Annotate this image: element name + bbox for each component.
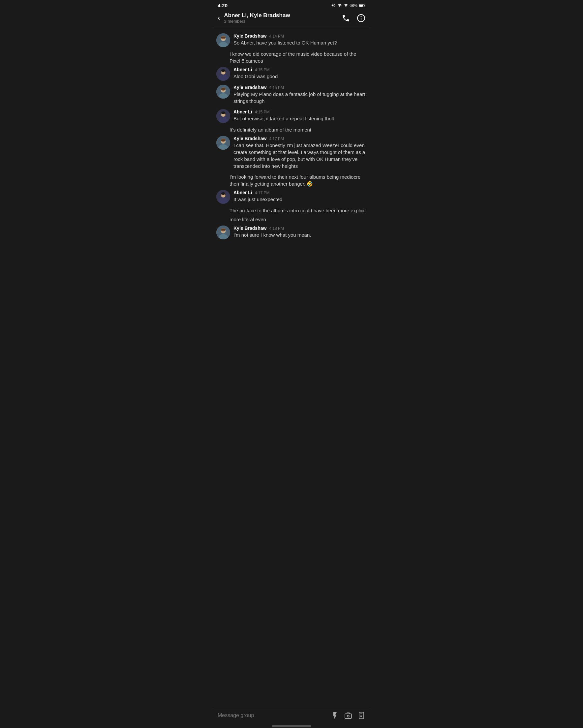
status-icons: 68% xyxy=(331,3,365,8)
message-text: I can see that. Honestly I'm just amazed… xyxy=(233,142,367,170)
attachment-icon[interactable] xyxy=(357,711,365,720)
svg-rect-23 xyxy=(221,88,226,90)
message-time: 4:15 PM xyxy=(269,85,284,90)
message-content: Kyle Bradshaw4:14 PMSo Abner, have you l… xyxy=(233,33,367,47)
message-content: Abner Li4:15 PMAloo Gobi was good xyxy=(233,67,367,80)
status-time: 4:20 xyxy=(218,3,228,8)
message-group: Abner Li4:15 PMAloo Gobi was good xyxy=(212,65,371,83)
svg-rect-11 xyxy=(221,37,226,38)
message-text: Aloo Gobi was good xyxy=(233,73,367,80)
member-count: 3 members xyxy=(224,19,341,24)
input-area xyxy=(212,708,371,723)
status-bar: 4:20 68% xyxy=(212,0,371,9)
chat-title: Abner Li, Kyle Bradshaw xyxy=(224,12,341,19)
message-group: Kyle Bradshaw4:15 PMPlaying My Piano doe… xyxy=(212,83,371,107)
avatar xyxy=(216,67,230,81)
message-group: Abner Li4:17 PMIt was just unexpected xyxy=(212,188,371,206)
avatar xyxy=(216,136,230,150)
message-group: Kyle Bradshaw4:17 PMI can see that. Hone… xyxy=(212,134,371,172)
header-info: Abner Li, Kyle Bradshaw 3 members xyxy=(224,12,341,24)
message-continuation: I'm looking forward to their next four a… xyxy=(212,172,371,188)
svg-point-49 xyxy=(347,715,349,717)
sender-name: Kyle Bradshaw xyxy=(233,33,267,38)
message-time: 4:17 PM xyxy=(255,190,270,195)
svg-rect-2 xyxy=(359,5,363,7)
message-text: So Abner, have you listened to OK Human … xyxy=(233,39,367,46)
back-button[interactable]: ‹ xyxy=(218,14,220,22)
messages-list: Kyle Bradshaw4:14 PMSo Abner, have you l… xyxy=(212,27,371,708)
message-text: I'm not sure I know what you mean. xyxy=(233,231,367,238)
message-input[interactable] xyxy=(218,712,327,719)
message-text: It was just unexpected xyxy=(233,196,367,203)
sender-name: Abner Li xyxy=(233,190,252,195)
message-time: 4:17 PM xyxy=(269,136,284,141)
svg-rect-47 xyxy=(221,229,226,231)
message-time: 4:15 PM xyxy=(255,110,270,114)
sender-name: Abner Li xyxy=(233,67,252,72)
avatar xyxy=(216,85,230,99)
message-text: But otherwise, it lacked a repeat listen… xyxy=(233,115,367,122)
svg-rect-48 xyxy=(345,714,352,719)
sender-name: Kyle Bradshaw xyxy=(233,226,267,231)
quick-reply-icon[interactable] xyxy=(331,711,339,720)
svg-point-29 xyxy=(221,111,225,114)
sender-name: Kyle Bradshaw xyxy=(233,85,267,90)
avatar xyxy=(216,33,230,47)
message-time: 4:18 PM xyxy=(269,226,284,231)
battery-text: 68% xyxy=(350,3,357,8)
call-button[interactable] xyxy=(341,14,350,22)
home-indicator xyxy=(212,723,371,728)
message-group: Kyle Bradshaw4:14 PMSo Abner, have you l… xyxy=(212,31,371,49)
avatar xyxy=(216,226,230,239)
sender-name: Kyle Bradshaw xyxy=(233,136,267,141)
svg-rect-35 xyxy=(221,139,226,141)
message-continuation: The preface to the album's intro could h… xyxy=(212,206,371,215)
wifi-icon xyxy=(337,3,342,8)
svg-rect-50 xyxy=(359,712,364,719)
svg-point-41 xyxy=(221,192,225,195)
svg-rect-1 xyxy=(365,5,365,6)
signal-icon xyxy=(344,3,348,8)
message-content: Abner Li4:17 PMIt was just unexpected xyxy=(233,190,367,203)
camera-icon[interactable] xyxy=(344,711,352,720)
message-text: Playing My Piano does a fantastic job of… xyxy=(233,91,367,105)
header-actions xyxy=(341,14,365,22)
info-button[interactable] xyxy=(357,14,365,22)
message-group: Abner Li4:15 PMBut otherwise, it lacked … xyxy=(212,107,371,125)
message-time: 4:15 PM xyxy=(255,68,270,72)
message-continuation: I know we did coverage of the music vide… xyxy=(212,49,371,65)
header: ‹ Abner Li, Kyle Bradshaw 3 members xyxy=(212,9,371,27)
svg-point-17 xyxy=(221,69,225,72)
home-bar xyxy=(272,725,311,727)
message-continuation: It's definitely an album of the moment xyxy=(212,125,371,134)
input-icons xyxy=(331,711,365,720)
mute-icon xyxy=(331,3,336,8)
message-content: Kyle Bradshaw4:15 PMPlaying My Piano doe… xyxy=(233,85,367,105)
message-content: Abner Li4:15 PMBut otherwise, it lacked … xyxy=(233,109,367,123)
avatar xyxy=(216,109,230,123)
message-group: Kyle Bradshaw4:18 PMI'm not sure I know … xyxy=(212,224,371,241)
battery-icon xyxy=(359,4,365,7)
sender-name: Abner Li xyxy=(233,109,252,114)
message-time: 4:14 PM xyxy=(269,34,284,38)
message-content: Kyle Bradshaw4:17 PMI can see that. Hone… xyxy=(233,136,367,170)
message-continuation: more literal even xyxy=(212,215,371,224)
message-content: Kyle Bradshaw4:18 PMI'm not sure I know … xyxy=(233,226,367,239)
avatar xyxy=(216,190,230,204)
